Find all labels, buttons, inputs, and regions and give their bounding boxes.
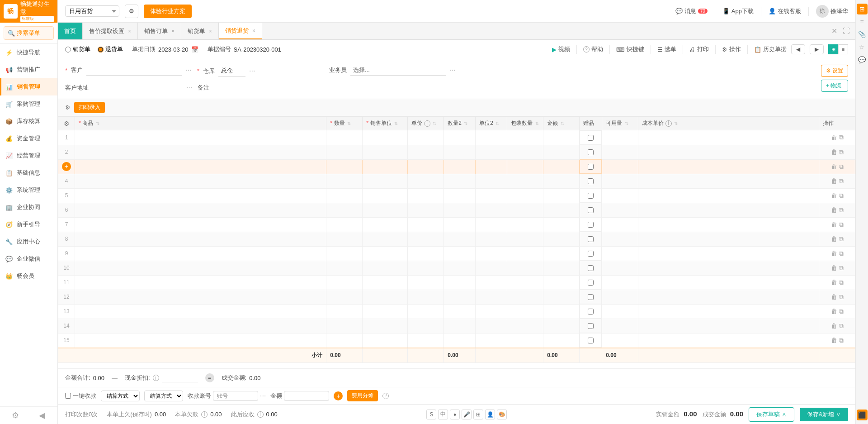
gift-cell[interactable] (580, 304, 602, 319)
gift-cell[interactable] (580, 290, 602, 304)
bottom-icon-6[interactable]: 👤 (485, 410, 495, 419)
delete-row-button[interactable]: 🗑 (831, 337, 837, 344)
gift-checkbox[interactable] (588, 251, 594, 257)
tab-sales-return[interactable]: 销货退货 × (219, 23, 262, 39)
gift-cell[interactable] (580, 232, 602, 246)
customer-input[interactable] (86, 65, 182, 76)
sidebar-search[interactable]: 🔍 搜索菜单 (0, 23, 57, 44)
delete-row-button[interactable]: 🗑 (831, 221, 837, 228)
right-sidebar-list-icon[interactable]: ≡ (857, 16, 868, 27)
discount-input[interactable] (162, 373, 198, 382)
delete-row-button[interactable]: 🗑 (831, 192, 837, 199)
gift-checkbox[interactable] (588, 178, 594, 184)
discount-info-icon[interactable]: i (153, 375, 159, 381)
right-sidebar-star-icon[interactable]: ☆ (857, 42, 868, 52)
copy-row-button[interactable]: ⧉ (839, 148, 844, 156)
delete-row-button[interactable]: 🗑 (831, 148, 837, 156)
tab-maximize-button[interactable]: ⛶ (841, 26, 852, 36)
gift-checkbox[interactable] (588, 236, 594, 242)
one-click-payment[interactable]: 一键收款 (65, 392, 96, 400)
action-help[interactable]: ? 帮助 (583, 45, 603, 53)
receivable-info-icon[interactable]: i (257, 411, 264, 418)
price-sort-icon[interactable]: ⇅ (433, 121, 436, 126)
tab-sales-order[interactable]: 销售订单 × (138, 23, 181, 39)
app-download-button[interactable]: 📱 App下载 (722, 7, 754, 15)
gift-checkbox[interactable] (588, 323, 594, 329)
copy-row-button[interactable]: ⧉ (839, 133, 844, 141)
right-sidebar-attach-icon[interactable]: 📎 (857, 29, 868, 40)
product-sort-icon[interactable]: ⇅ (96, 121, 99, 126)
tab-home[interactable]: 首页 (58, 23, 83, 39)
right-sidebar-table-icon[interactable]: ⊞ (857, 4, 868, 14)
account-input[interactable] (213, 391, 258, 401)
delete-row-button[interactable]: 🗑 (831, 163, 837, 170)
copy-row-button[interactable]: ⧉ (839, 221, 844, 229)
list-view-button[interactable]: ≡ (838, 44, 848, 54)
delete-row-button[interactable]: 🗑 (831, 308, 837, 315)
tab-close-sales-return[interactable]: × (252, 28, 255, 34)
gift-cell[interactable] (580, 217, 602, 232)
action-video[interactable]: ▶ 视频 (552, 45, 570, 53)
staff-input[interactable] (350, 65, 446, 76)
delete-row-button[interactable]: 🗑 (831, 293, 837, 300)
gift-checkbox[interactable] (588, 338, 594, 343)
calendar-icon[interactable]: 📅 (191, 46, 198, 53)
account-dots[interactable]: ··· (260, 392, 266, 400)
staff-dots[interactable]: ··· (450, 66, 456, 74)
action-shortcuts[interactable]: ⌨ 快捷键 (616, 45, 644, 53)
sidebar-item-guide[interactable]: 🧭 新手引导 (0, 216, 57, 233)
sidebar-item-wechat[interactable]: 💬 企业微信 (0, 250, 57, 267)
delete-row-button[interactable]: 🗑 (831, 250, 837, 257)
sidebar-item-member[interactable]: 👑 畅会员 (0, 267, 57, 285)
radio-return[interactable]: 退货单 (98, 45, 123, 53)
trial-button[interactable]: 体验行业方案 (144, 5, 192, 18)
bottom-icon-2[interactable]: 中 (438, 410, 448, 419)
bottom-icon-3[interactable]: ♦ (450, 410, 460, 419)
messages-button[interactable]: 💬 消息 70 (675, 7, 708, 15)
gift-checkbox[interactable] (588, 207, 594, 213)
tab-close-sales-order[interactable]: × (171, 28, 175, 34)
settlement-method-select[interactable]: 结算方式 (101, 391, 140, 401)
gift-checkbox[interactable] (588, 135, 594, 141)
bottom-icon-1[interactable]: S (426, 410, 436, 419)
address-dots[interactable]: ··· (186, 84, 192, 92)
tab-close-sales-delivery[interactable]: × (209, 28, 212, 34)
delete-row-button[interactable]: 🗑 (831, 134, 837, 141)
copy-row-button[interactable]: ⧉ (839, 177, 844, 185)
tab-close-price-settings[interactable]: × (128, 28, 131, 34)
gift-cell[interactable] (580, 188, 602, 203)
gift-checkbox[interactable] (588, 149, 594, 155)
form-logistics-button[interactable]: + 物流 (821, 80, 848, 92)
sidebar-collapse-button[interactable]: ◀ (31, 410, 54, 420)
prev-record-button[interactable]: ◀ (791, 44, 805, 54)
warehouse-dots[interactable]: ··· (249, 67, 255, 75)
gift-checkbox[interactable] (588, 309, 594, 314)
delete-row-button[interactable]: 🗑 (831, 279, 837, 286)
delete-row-button[interactable]: 🗑 (831, 264, 837, 272)
qty-sort-icon[interactable]: ⇅ (347, 121, 351, 126)
sidebar-item-operations[interactable]: 📈 经营管理 (0, 147, 57, 164)
add-payment-button[interactable]: + (334, 391, 343, 400)
one-click-checkbox[interactable] (65, 393, 71, 399)
add-row-button[interactable]: + (62, 162, 71, 171)
gift-cell[interactable] (580, 203, 602, 217)
sidebar-item-inventory[interactable]: 📦 库存核算 (0, 113, 57, 130)
fee-split-info-icon[interactable]: ? (382, 393, 389, 399)
gift-checkbox[interactable] (588, 193, 594, 199)
user-menu-button[interactable]: 徐 徐泽华 (816, 5, 848, 18)
unit2-sort-icon[interactable]: ⇅ (495, 121, 499, 126)
right-sidebar-chat-icon[interactable]: 💬 (857, 54, 868, 65)
delete-row-button[interactable]: 🗑 (831, 206, 837, 214)
sidebar-item-purchase[interactable]: 🛒 采购管理 (0, 95, 57, 113)
bottom-icon-7[interactable]: 🎨 (497, 410, 507, 419)
copy-row-button[interactable]: ⧉ (839, 279, 844, 286)
bottom-icon-4[interactable]: 🎤 (462, 410, 472, 419)
avail-sort-icon[interactable]: ⇅ (625, 121, 628, 126)
copy-row-button[interactable]: ⧉ (839, 337, 844, 344)
pack-sort-icon[interactable]: ⇅ (535, 121, 539, 126)
gift-checkbox[interactable] (588, 164, 594, 170)
tab-close-all-button[interactable]: ✕ (830, 26, 839, 36)
copy-row-button[interactable]: ⧉ (839, 293, 844, 301)
gift-checkbox[interactable] (588, 265, 594, 271)
owe-info-icon[interactable]: i (201, 411, 208, 418)
